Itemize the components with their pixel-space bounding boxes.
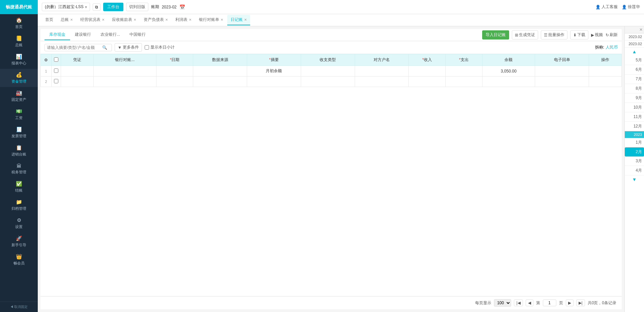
last-page-button[interactable]: ▶|: [576, 300, 585, 306]
sidebar-unpin[interactable]: ◀ 取消固定: [0, 302, 38, 312]
row-balance: [482, 77, 535, 87]
month-item-11[interactable]: 11月: [625, 112, 644, 122]
prev-page-button[interactable]: ◀: [526, 300, 533, 306]
calendar-icon[interactable]: 📅: [179, 4, 185, 10]
month-item-8[interactable]: 8月: [625, 84, 644, 93]
row-select-checkbox[interactable]: [54, 79, 58, 83]
close-icon[interactable]: ✕: [244, 18, 247, 22]
col-data-source: 数据来源: [193, 54, 247, 66]
video-btn[interactable]: ▶ 视频: [591, 32, 603, 38]
filter-button[interactable]: ▼ 更多条件: [115, 43, 142, 52]
tab-receivables[interactable]: 应收账款表 ✕: [109, 15, 140, 25]
show-daily-checkbox[interactable]: [145, 45, 149, 50]
gear-icon[interactable]: ⚙: [44, 58, 48, 62]
search-input[interactable]: [47, 45, 101, 50]
sidebar-item-label: 资金管理: [11, 79, 26, 84]
col-date: *日期: [156, 54, 193, 66]
row-counterpart: [355, 77, 409, 87]
tab-general-ledger[interactable]: 总账 ✕: [57, 15, 76, 25]
col-bank-reconcile: 银行对账...: [93, 54, 156, 66]
month-item-1[interactable]: 1月: [625, 138, 644, 147]
scroll-up-btn[interactable]: ▲: [625, 48, 644, 56]
month-item-10[interactable]: 10月: [625, 103, 644, 112]
refresh-btn[interactable]: ↻ 刷新: [606, 32, 618, 38]
search-toolbar: 🔍 ▼ 更多条件 显示本日小计 拆称: 人民币: [40, 41, 622, 54]
customer-service-btn[interactable]: 👤 人工客服: [595, 4, 618, 10]
close-icon[interactable]: ✕: [102, 18, 105, 22]
month-item-7[interactable]: 7月: [625, 75, 644, 84]
close-icon[interactable]: ✕: [134, 18, 136, 22]
date-item[interactable]: 2023.02: [625, 40, 644, 48]
close-panel-icon[interactable]: ✕: [639, 27, 643, 32]
close-icon[interactable]: ✕: [70, 18, 73, 22]
month-item-12[interactable]: 12月: [625, 122, 644, 131]
company-selector[interactable]: (勿删）江西超宝-LSS ▾: [42, 3, 90, 11]
per-page-select[interactable]: 50 100 200: [494, 299, 511, 307]
bank-tab-china[interactable]: 中国银行: [125, 30, 150, 40]
month-item-4[interactable]: 4月: [625, 166, 644, 175]
close-icon[interactable]: ✕: [189, 18, 192, 22]
bank-tabs-bar: 库存现金 建设银行 农业银行... 中国银行 导入日记账 ⊞ 生成凭证 ☰ 批量…: [40, 29, 622, 41]
row-summary: 月初余额: [247, 66, 301, 77]
show-daily-checkbox-label[interactable]: 显示本日小计: [145, 45, 175, 50]
date-panel: ✕ 2023.02 2023.02 ▲ 5月 6月 7月 8月 9月 10月 1…: [624, 26, 644, 312]
sidebar-item-funds[interactable]: 💰 资金管理: [0, 69, 38, 87]
close-icon[interactable]: ✕: [221, 18, 223, 22]
workspace-button[interactable]: 工作台: [103, 3, 123, 11]
col-counterpart: 对方户名: [355, 54, 409, 66]
copy-button[interactable]: ⧉: [93, 3, 100, 11]
sidebar-item-assets[interactable]: 🏭 固定资产: [0, 87, 38, 105]
sidebar-item-member[interactable]: 👑 畅会员: [0, 251, 38, 269]
currency-value[interactable]: 人民币: [606, 45, 618, 50]
row-select-checkbox[interactable]: [54, 68, 58, 73]
close-icon[interactable]: ✕: [165, 18, 168, 22]
month-item-3[interactable]: 3月: [625, 157, 644, 166]
date-item[interactable]: 2023.02: [625, 33, 644, 40]
month-item-5[interactable]: 5月: [625, 56, 644, 65]
scroll-down-btn[interactable]: ▼: [625, 175, 644, 183]
download-button[interactable]: ⬇ 下载: [570, 30, 588, 39]
row-bank-reconcile: [93, 66, 156, 77]
sidebar-item-ledger[interactable]: 📒 总账: [0, 32, 38, 51]
generate-voucher-button[interactable]: ⊞ 生成凭证: [512, 30, 538, 39]
user-profile[interactable]: 👤 徐莲华: [622, 4, 640, 10]
sidebar-item-home[interactable]: 🏠 首页: [0, 14, 38, 32]
month-item-9[interactable]: 9月: [625, 93, 644, 103]
sidebar-item-purchase-sales[interactable]: 📋 进销台账: [0, 142, 38, 160]
first-page-button[interactable]: |◀: [514, 300, 523, 306]
month-item-2-active[interactable]: 2月: [625, 147, 644, 157]
page-number-input[interactable]: [543, 300, 556, 306]
tab-profit[interactable]: 利润表 ✕: [172, 15, 195, 25]
voucher-icon: ⊞: [515, 33, 518, 37]
bank-tab-cash[interactable]: 库存现金: [45, 30, 70, 40]
bank-tab-construction[interactable]: 建设银行: [70, 30, 96, 40]
select-all-checkbox[interactable]: [54, 57, 58, 62]
old-version-button[interactable]: 切到旧版: [126, 3, 148, 11]
sidebar-item-guide[interactable]: 🚀 新手引导: [0, 232, 38, 251]
bank-tab-agriculture[interactable]: 农业银行...: [96, 30, 125, 40]
sidebar-item-close-period[interactable]: ✅ 结账: [0, 178, 38, 196]
import-journal-button[interactable]: 导入日记账: [482, 30, 509, 39]
sidebar-item-reports[interactable]: 📊 报表中心: [0, 51, 38, 69]
sidebar-item-invoice[interactable]: 🧾 发票管理: [0, 123, 38, 142]
salary-icon: 💵: [16, 108, 22, 114]
sidebar-item-settings[interactable]: ⚙ 设置: [0, 214, 38, 232]
month-item-6[interactable]: 6月: [625, 65, 644, 75]
row-num: 2: [41, 77, 52, 87]
currency-label: 拆称:: [595, 45, 604, 50]
row-expense: [445, 66, 482, 77]
toolbar-right-group: 导入日记账 ⊞ 生成凭证 ☰ 批量操作 ⬇ 下载 ▶: [482, 30, 618, 39]
next-page-button[interactable]: ▶: [566, 300, 574, 306]
sidebar-item-salary[interactable]: 💵 工资: [0, 105, 38, 123]
tab-home[interactable]: 首页: [42, 15, 57, 25]
tab-operations[interactable]: 经营状况表 ✕: [77, 15, 108, 25]
tab-journal[interactable]: 日记账 ✕: [227, 15, 250, 25]
search-icon[interactable]: 🔍: [102, 45, 107, 50]
tab-balance-sheet[interactable]: 资产负债表 ✕: [140, 15, 171, 25]
batch-operation-button[interactable]: ☰ 批量操作: [541, 30, 567, 39]
tab-bank-statement[interactable]: 银行对账单 ✕: [196, 15, 227, 25]
sidebar-item-tax[interactable]: 🏛 税务管理: [0, 160, 38, 178]
sidebar-item-archive[interactable]: 📁 归档管理: [0, 196, 38, 214]
chevron-down-icon: ▾: [85, 5, 87, 9]
row-balance: 3,050.00: [482, 66, 535, 77]
